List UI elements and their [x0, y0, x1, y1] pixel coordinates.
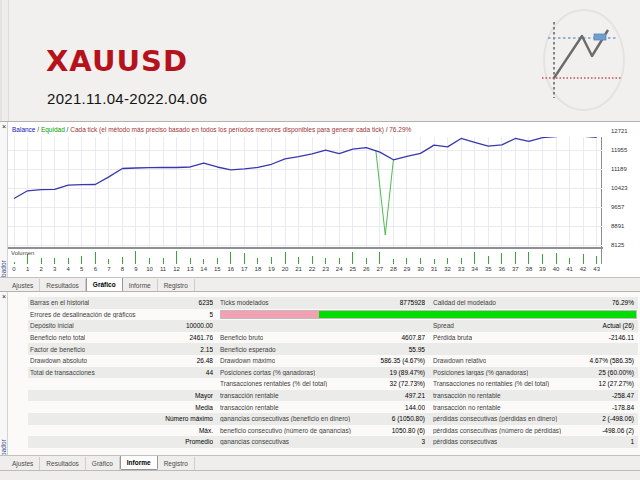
stat-value: 76.29% [612, 299, 634, 306]
x-tick-label: 37 [512, 265, 519, 274]
report-header: XAUUSD 2021.11.04-2022.04.06 [0, 0, 640, 121]
stat-pair: pérdidas consecutivas1 [433, 436, 636, 448]
stat-value: Actual (26) [603, 322, 634, 329]
stat-value: 6235 [199, 299, 213, 306]
legend-balance: Balance [12, 126, 36, 133]
test-period: 2021.11.04-2022.04.06 [47, 90, 207, 107]
tab-resultados[interactable]: Resultados [40, 457, 86, 470]
y-tick-label: 8891 [611, 223, 624, 230]
y-tick-label: 12721 [611, 128, 628, 135]
quality-bar-missing-segment [221, 311, 319, 318]
stat-value: Promedio [185, 438, 213, 445]
x-tick-label: 16 [227, 265, 234, 274]
symbol-title: XAUUSD [46, 44, 188, 78]
stat-label: Calidad del modelado [433, 299, 496, 306]
x-tick-label: 5 [80, 265, 83, 274]
bottom-bar [0, 470, 640, 480]
tab-grfico[interactable]: Gráfico [86, 457, 120, 470]
stat-pair: Beneficio neto total2461.76 [28, 332, 213, 344]
stat-label: Transacciones rentables (% del total) [220, 380, 327, 387]
tab-registro[interactable]: Registro [158, 457, 195, 470]
tab-informe[interactable]: Informe [120, 456, 158, 470]
stat-pair: ganancias consecutivas (beneficio en din… [220, 413, 425, 425]
stat-pair: Factor de beneficio2.15 [28, 343, 213, 355]
x-tick-label: 25 [349, 265, 356, 274]
stat-label: Transacciones no rentables (% del total) [433, 380, 549, 387]
x-tick-label: 38 [526, 265, 533, 274]
x-tick-label: 13 [187, 265, 194, 274]
report-row: Beneficio neto total2461.76Beneficio bru… [28, 332, 638, 344]
stat-value: 1050.80 (6) [392, 427, 425, 434]
stat-pair: Posiciones cortas (% ganadoras)19 (89.47… [220, 367, 425, 379]
stat-value: -2146.11 [609, 334, 634, 341]
x-tick-label: 28 [390, 265, 397, 274]
report-table: Barras en el historial6235Ticks modelado… [28, 297, 638, 448]
report-row: Factor de beneficio2.15Beneficio esperad… [28, 343, 638, 355]
stat-label: Factor de beneficio [30, 346, 85, 353]
x-tick-label: 40 [553, 265, 560, 274]
report-row: Transacciones rentables (% del total)32 … [28, 378, 638, 390]
stat-value: Mayor [195, 392, 213, 399]
stat-pair: Drawdown máximo586.35 (4.67%) [220, 355, 425, 367]
tab-ajustes[interactable]: Ajustes [6, 457, 40, 470]
stat-value: 1 [630, 438, 634, 445]
legend-model-method: Cada tick (el método más preciso basado … [70, 126, 384, 133]
stat-value: 32 (72.73%) [390, 380, 425, 387]
stat-label: transacción rentable [220, 392, 279, 399]
stat-label: Spread [433, 322, 454, 329]
stat-value: Número máximo [165, 415, 213, 422]
x-tick-label: 14 [200, 265, 207, 274]
tester-side-strip: × Probador [0, 122, 8, 291]
stat-label: Posiciones cortas (% ganadoras) [220, 369, 315, 376]
stat-pair: beneficio consecutivo (número de gananci… [220, 425, 425, 437]
stat-label: Ticks modelados [220, 299, 269, 306]
balance-chart [8, 137, 602, 247]
stat-pair: pérdidas consecutivas (pérdidas en diner… [433, 413, 636, 425]
screen: XAUUSD 2021.11.04-2022.04.06 × Probador … [0, 0, 640, 480]
tab-grfico[interactable]: Gráfico [86, 278, 123, 292]
stat-pair: Mayor [28, 390, 213, 402]
stat-pair: Calidad del modelado76.29% [433, 297, 636, 309]
x-tick-label: 4 [67, 265, 70, 274]
stat-value: 3 [421, 438, 425, 445]
close-icon[interactable]: × [0, 293, 8, 301]
x-tick-label: 20 [282, 265, 289, 274]
x-tick-label: 6 [94, 265, 97, 274]
left-edge-divider [0, 0, 9, 121]
x-tick-label: 23 [322, 265, 329, 274]
stat-label: Drawdown relativo [433, 357, 486, 364]
tester-report-panel: × Probador Barras en el historial6235Tic… [0, 291, 640, 470]
x-tick-label: 18 [255, 265, 262, 274]
x-tick-label: 19 [268, 265, 275, 274]
stat-value: 5 [209, 311, 213, 318]
stat-label: ganancias consecutivas (beneficio en din… [220, 415, 350, 422]
stat-value: 12 (27.27%) [599, 380, 634, 387]
report-row: Máx.beneficio consecutivo (número de gan… [28, 425, 638, 437]
stat-pair: Errores de desalineación de gráficos5 [28, 309, 213, 321]
close-icon[interactable]: × [0, 123, 8, 131]
report-row: Drawdown absoluto26.48Drawdown máximo586… [28, 355, 638, 367]
y-axis-labels: 12721119551118910423965788918125 [604, 137, 640, 247]
stat-label: Drawdown máximo [220, 357, 275, 364]
stat-label: Beneficio esperado [220, 346, 276, 353]
x-tick-label: 10 [146, 265, 153, 274]
stat-value: 2 (-498.06) [602, 415, 634, 422]
stat-value: 2.15 [200, 346, 213, 353]
stat-label: Pérdida bruta [433, 334, 472, 341]
stat-pair: Drawdown relativo4.67% (586.35) [433, 355, 636, 367]
quality-bar-good-segment [319, 311, 636, 318]
stat-pair: pérdidas consecutivas (número de pérdida… [433, 425, 636, 437]
x-tick-label: 11 [160, 265, 166, 274]
stat-label: Depósito inicial [30, 322, 74, 329]
stat-pair: Posiciones largas (% ganadoras)25 (60.00… [433, 367, 636, 379]
stat-pair: Barras en el historial6235 [28, 297, 213, 309]
legend-equity: Equidad [41, 126, 65, 133]
stat-value: 144.00 [405, 404, 425, 411]
x-axis-labels: 0123456789101112131415161718192021222324… [8, 265, 608, 274]
x-tick-label: 32 [444, 265, 451, 274]
stat-label: pérdidas consecutivas (número de pérdida… [433, 427, 561, 434]
stat-value: 2461.76 [190, 334, 214, 341]
stat-pair: Transacciones rentables (% del total)32 … [220, 378, 425, 390]
volume-pane: Volumen [8, 249, 602, 264]
stat-label: Posiciones largas (% ganadoras) [433, 369, 528, 376]
